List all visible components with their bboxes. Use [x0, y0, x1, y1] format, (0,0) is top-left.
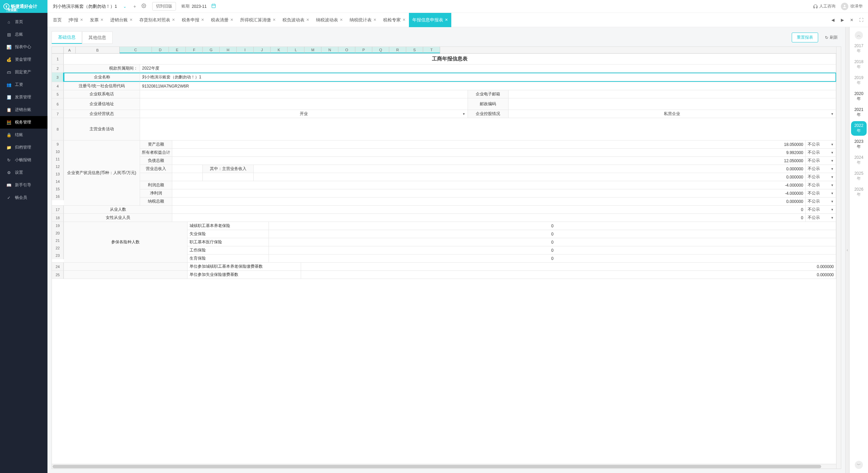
tab-next-icon[interactable]: ▶: [838, 16, 846, 24]
row-header-11[interactable]: 11: [52, 155, 64, 163]
addr-value[interactable]: [140, 98, 468, 110]
year-2019年[interactable]: 2019年: [851, 73, 867, 88]
row-header-6[interactable]: 6: [52, 98, 64, 110]
vertical-scrollbar[interactable]: [836, 47, 841, 469]
col-header-O[interactable]: O: [338, 47, 355, 53]
calendar-icon[interactable]: [211, 3, 216, 9]
row-header-21[interactable]: 21: [52, 237, 64, 244]
tab-close-icon[interactable]: ✕: [201, 18, 204, 22]
fin-value[interactable]: 18.050000: [172, 140, 806, 148]
row-header-25[interactable]: 25: [52, 271, 64, 279]
row-header-5[interactable]: 5: [52, 90, 64, 98]
col-header-R[interactable]: R: [389, 47, 406, 53]
disclose-select[interactable]: 不公示▼: [806, 214, 836, 222]
disclose-select[interactable]: 不公示▼: [806, 140, 836, 148]
row-header-9[interactable]: 9: [52, 140, 64, 148]
old-version-button[interactable]: 切到旧版: [152, 2, 176, 11]
page-tab[interactable]: 纳税波动表✕: [313, 13, 346, 27]
row-header-24[interactable]: 24: [52, 263, 64, 270]
col-header-G[interactable]: G: [203, 47, 220, 53]
nav-archive[interactable]: 📁归档管理: [0, 141, 47, 154]
year-2020年[interactable]: 2020年: [851, 89, 867, 104]
employees-value[interactable]: 0: [172, 206, 806, 213]
page-tab[interactable]: 所得税汇算清缴✕: [237, 13, 279, 27]
col-header-D[interactable]: D: [152, 47, 169, 53]
sheet-body[interactable]: 1工商年报信息表 2税款所属期间：2022年度 3企业名称刘小艳演示账套（勿删勿…: [52, 54, 836, 464]
row-header-18[interactable]: 18: [52, 214, 64, 222]
email-value[interactable]: [509, 90, 836, 98]
year-2018年[interactable]: 2018年: [851, 57, 867, 72]
period-value-cell[interactable]: 2022年度: [140, 64, 836, 72]
tab-close-icon[interactable]: ✕: [373, 18, 376, 22]
page-tab[interactable]: 税检专家✕: [380, 13, 409, 27]
row-header-12[interactable]: 12: [52, 163, 64, 170]
fin-value[interactable]: -4.000000: [172, 189, 806, 197]
ins-value[interactable]: 0: [269, 246, 836, 254]
page-tab[interactable]: 存货别名对照表✕: [136, 13, 178, 27]
collapse-year-panel-icon[interactable]: ‹: [845, 27, 849, 473]
col-header-J[interactable]: J: [254, 47, 271, 53]
nav-tax[interactable]: 🧮税务管理: [0, 116, 47, 129]
disclose-select[interactable]: 不公示▼: [806, 173, 836, 181]
ins-value[interactable]: 0: [269, 254, 836, 262]
page-tab[interactable]: 首页: [50, 13, 65, 27]
row-header-20[interactable]: 20: [52, 229, 64, 237]
page-tab[interactable]: 税表清册✕: [208, 13, 237, 27]
disclose-select[interactable]: 不公示▼: [806, 206, 836, 213]
year-up-icon[interactable]: ︿: [855, 31, 863, 39]
col-header-A[interactable]: A: [64, 47, 76, 53]
nav-guide[interactable]: 📖新手引导: [0, 179, 47, 191]
tab-close-icon[interactable]: ✕: [306, 18, 309, 22]
female-value[interactable]: 0: [172, 214, 806, 222]
tab-basic-info[interactable]: 基础信息: [52, 31, 82, 44]
row-header-4[interactable]: 4: [52, 82, 64, 90]
ins-value[interactable]: 0: [269, 238, 836, 246]
year-2021年[interactable]: 2021年: [851, 105, 867, 120]
page-tab[interactable]: 税负波动表✕: [279, 13, 313, 27]
year-2023年[interactable]: 2023年: [851, 137, 867, 152]
fullscreen-icon[interactable]: ⛶: [857, 16, 865, 24]
col-header-S[interactable]: S: [406, 47, 423, 53]
tab-close-icon[interactable]: ✕: [340, 18, 343, 22]
col-header-N[interactable]: N: [321, 47, 338, 53]
fin-value[interactable]: -4.000000: [172, 181, 806, 189]
select-all-corner[interactable]: [52, 47, 64, 53]
nav-assets[interactable]: 🗃固定资产: [0, 66, 47, 78]
col-header-C[interactable]: C: [120, 47, 152, 53]
disclose-select[interactable]: 不公示▼: [806, 157, 836, 165]
page-tab[interactable]: 纳税统计表✕: [346, 13, 380, 27]
page-tab[interactable]: 进销台账✕: [107, 13, 136, 27]
row-header-3[interactable]: 3: [52, 73, 64, 82]
col-header-B[interactable]: B: [76, 47, 120, 53]
row-header-1[interactable]: 1: [52, 54, 64, 64]
reset-report-button[interactable]: 重置报表: [792, 33, 818, 42]
col-header-Q[interactable]: Q: [372, 47, 389, 53]
col-header-I[interactable]: I: [237, 47, 254, 53]
nav-settings[interactable]: ⚙设置: [0, 166, 47, 179]
holding-select[interactable]: 私营企业▼: [509, 110, 836, 118]
nav-closing[interactable]: 🔒结账: [0, 129, 47, 141]
nav-member[interactable]: ✓畅会员: [0, 191, 47, 204]
page-tab[interactable]: 税务申报✕: [178, 13, 208, 27]
nav-invoice[interactable]: 🧾发票管理: [0, 91, 47, 103]
row-header-8[interactable]: 8: [52, 118, 64, 140]
ins-value[interactable]: 0: [269, 230, 836, 238]
fin-value[interactable]: 0.000000: [172, 197, 806, 205]
fin-value[interactable]: 0.000000: [254, 165, 806, 173]
activity-value[interactable]: [140, 118, 836, 140]
tab-other-info[interactable]: 其他信息: [82, 32, 113, 44]
account-name[interactable]: 刘小艳演示账套（勿删勿动！）1: [53, 3, 117, 10]
settings-header-icon[interactable]: [141, 3, 146, 9]
base-value[interactable]: 0.000000: [301, 263, 836, 270]
postal-value[interactable]: [509, 98, 836, 110]
row-header-16[interactable]: 16: [52, 193, 64, 200]
tab-close-icon[interactable]: ✕: [402, 18, 406, 22]
ins-value[interactable]: 0: [269, 222, 836, 230]
tab-close-icon[interactable]: ✕: [80, 18, 83, 22]
year-2017年[interactable]: 2017年: [851, 41, 867, 56]
row-header-23[interactable]: 23: [52, 252, 64, 259]
fin-subvalue[interactable]: 0.000000: [254, 173, 806, 181]
year-2022年[interactable]: 2022年: [851, 121, 867, 136]
row-header-2[interactable]: 2: [52, 64, 64, 72]
user-menu[interactable]: 徐泽华: [841, 3, 863, 10]
